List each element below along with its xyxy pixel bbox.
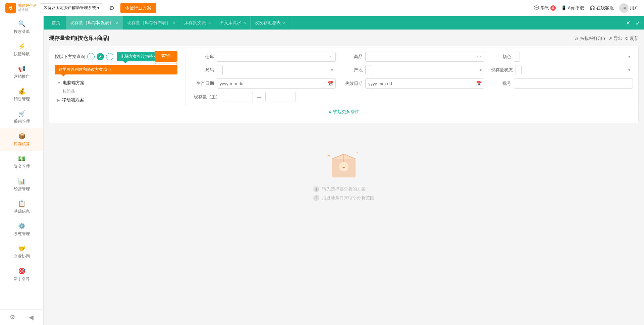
phone-icon: 📱 (561, 5, 567, 10)
notification-label: 消息 (540, 5, 549, 11)
size-select-wrap (217, 65, 336, 75)
tree-row-pc-child[interactable]: 按照品 (55, 87, 177, 96)
export-btn[interactable]: ↗ 导出 (608, 36, 622, 42)
origin-label: 产地 (342, 67, 363, 73)
page-title: 现存量查询(按仓库+商品) (49, 35, 109, 42)
headset-icon: 🎧 (590, 5, 595, 10)
sidebar-item-label-operation: 经营管理 (14, 186, 30, 192)
stock-status-select[interactable] (516, 65, 522, 75)
sidebar-item-quick[interactable]: ⚡ 快捷导航 (0, 39, 43, 61)
sidebar-item-sales[interactable]: 💰 销售管理 (0, 84, 43, 106)
tab-inout[interactable]: 出入库流水 ✕ (215, 16, 251, 30)
print-dropdown-icon: ▾ (603, 36, 606, 41)
tab-actions: ✕ ⤢ (625, 18, 641, 28)
sidebar-item-enterprise[interactable]: 🤝 企业协同 (0, 241, 43, 263)
tab-receive-close[interactable]: ✕ (283, 21, 286, 25)
stock-main-dash: — (256, 95, 263, 100)
tab-inventory-dist[interactable]: 现存量（库存分布表） ✕ (123, 16, 180, 30)
logo-texts: 畅通好生意 标准版 (18, 3, 37, 12)
top-bar-left: 6 畅通好生意 标准版 装备及固定资产辅助管理系统 ▾ ⚙ 体验行业方案 (5, 3, 156, 13)
sidebar-item-operation[interactable]: 📊 经营管理 (0, 173, 43, 196)
tab-receive[interactable]: 收发存汇总表 ✕ (251, 16, 290, 30)
tab-inventory-status-close[interactable]: ✕ (116, 21, 119, 25)
tab-home[interactable]: 首页 (46, 16, 66, 30)
arrow-scheme-btn[interactable]: ← (106, 53, 113, 60)
tab-bar: 首页 现存量（库存状况表） ✕ 现存量（库存分布表） ✕ 库存批次账 ✕ 出入库… (44, 16, 644, 30)
tab-batch-close[interactable]: ✕ (208, 21, 211, 25)
stock-main-to[interactable] (265, 92, 296, 102)
refresh-icon: ↻ (625, 36, 629, 41)
user-item[interactable]: Ea 用户 (619, 3, 639, 13)
sidebar-item-finance[interactable]: 💵 资金管理 (0, 151, 43, 173)
tree-arrow-pc: ▼ (57, 81, 61, 85)
empty-steps: 1 请先选择要分析的方案 2 用过滤条件来缩小分析范围 (313, 186, 374, 201)
expire-date-input[interactable] (365, 78, 484, 89)
tab-batch[interactable]: 库存批次账 ✕ (180, 16, 215, 30)
filter-goods: 商品 ··· (342, 52, 484, 62)
print-btn[interactable]: 🖨 按模板打印 ▾ (575, 36, 606, 42)
filter-card: 按以下方案查询 + ← (49, 46, 639, 123)
tooltip2-close[interactable]: × (109, 67, 111, 72)
sidebar-item-label-purchase: 采购管理 (14, 119, 30, 124)
filter-batch-no: 批号 (491, 78, 633, 89)
add-scheme-btn[interactable]: + (87, 53, 95, 60)
sidebar-item-basic[interactable]: 📋 基础信息 (0, 196, 43, 218)
filter-stock-status: 现存量状态 (491, 65, 633, 75)
tree-row-mobile[interactable]: ▶ 移动端方案 (55, 96, 177, 104)
query-btn[interactable]: 查询 (155, 51, 177, 62)
size-select[interactable] (217, 65, 223, 75)
step1-num: 1 (313, 186, 319, 192)
filter-row-1: 仓库 ··· 商品 ··· (194, 52, 633, 62)
sidebar-item-guide[interactable]: 🎯 新手引导 (0, 263, 43, 286)
collapse-label: 收起更多条件 (333, 109, 359, 115)
system-selector-arrow: ▾ (97, 6, 99, 10)
system-selector[interactable]: 装备及固定资产辅助管理系统 ▾ (40, 3, 103, 12)
tab-home-label: 首页 (52, 20, 60, 26)
stock-main-from[interactable] (223, 92, 253, 102)
sidebar-settings-btn[interactable]: ⚙ (8, 312, 16, 322)
tab-close-all-btn[interactable]: ✕ (625, 18, 632, 28)
tab-inventory-status[interactable]: 现存量（库存状况表） ✕ (66, 16, 123, 30)
step2-num: 2 (313, 195, 319, 201)
online-support-item[interactable]: 🎧 在线客服 (590, 5, 614, 11)
app-download-item[interactable]: 📱 App下载 (561, 5, 584, 11)
tree-pc-child-label: 按照品 (63, 89, 75, 94)
basic-icon: 📋 (18, 200, 25, 207)
settings-icon-btn[interactable]: ⚙ (106, 3, 117, 13)
batch-no-input[interactable] (514, 78, 633, 89)
color-select[interactable] (514, 52, 520, 62)
tooltip2-text: 这里可以创建和修改方案哦 (59, 67, 107, 72)
svg-text:✦: ✦ (356, 151, 359, 155)
goods-input[interactable]: ··· (365, 52, 484, 62)
refresh-btn[interactable]: ↻ 刷新 (625, 36, 639, 42)
tree-label-mobile: 移动端方案 (62, 97, 84, 103)
guide-icon: 🎯 (18, 267, 25, 275)
tab-expand-btn[interactable]: ⤢ (634, 18, 641, 28)
enterprise-icon: 🤝 (18, 245, 25, 252)
logo-text: 畅通好生意 (18, 3, 37, 8)
sidebar-item-marketing[interactable]: 📢 营销推广 (0, 61, 43, 84)
collapse-btn[interactable]: ∧ 收起更多条件 (55, 106, 633, 117)
warehouse-input[interactable]: ··· (217, 52, 336, 62)
produce-date-calendar-icon[interactable]: 📅 (327, 81, 333, 86)
origin-select[interactable] (365, 65, 371, 75)
edit-scheme-btn[interactable] (97, 53, 104, 60)
sidebar-item-search[interactable]: 🔍 搜索菜单 (0, 16, 43, 39)
color-select-wrap (514, 52, 633, 62)
tab-inout-close[interactable]: ✕ (243, 21, 246, 25)
expire-date-calendar-icon[interactable]: 📅 (476, 81, 482, 86)
purchase-icon: 🛒 (18, 110, 25, 117)
sidebar-item-inventory[interactable]: 📦 库存核算 (0, 128, 43, 151)
tab-inventory-dist-close[interactable]: ✕ (173, 21, 176, 25)
notification-item[interactable]: 💬 消息 6 (534, 5, 556, 11)
tree-row-pc[interactable]: ▼ 电脑端方案 (55, 78, 177, 87)
sidebar-collapse-btn[interactable]: ◀ (28, 312, 35, 322)
trial-btn[interactable]: 体验行业方案 (120, 3, 156, 13)
sidebar-item-purchase[interactable]: 🛒 采购管理 (0, 106, 43, 128)
sidebar-item-system[interactable]: ⚙️ 系统管理 (0, 218, 43, 241)
filter-expire-date: 失效日期 📅 (342, 78, 484, 89)
sidebar-item-label-sales: 销售管理 (14, 96, 30, 102)
avatar: Ea (619, 3, 629, 13)
logo-sub: 标准版 (18, 8, 37, 12)
produce-date-input[interactable] (217, 78, 336, 89)
